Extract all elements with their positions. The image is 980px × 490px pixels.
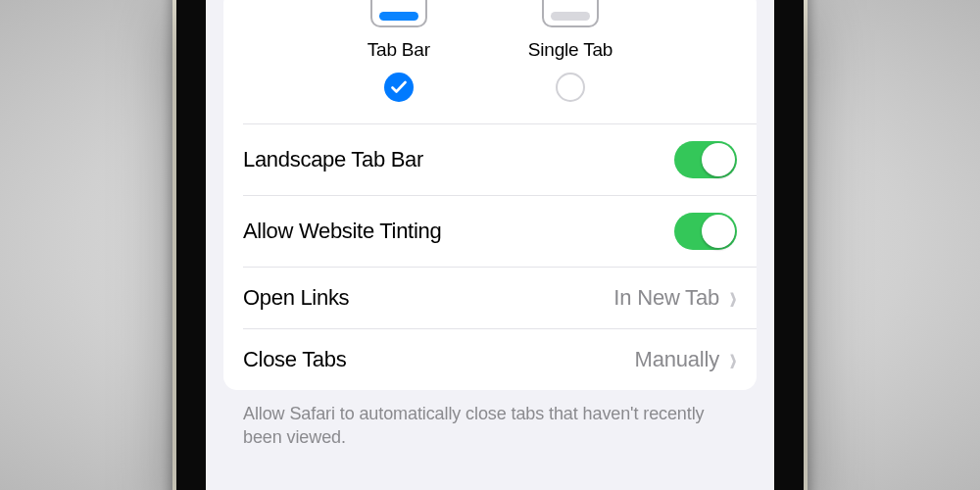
landscape-tab-bar-toggle[interactable] <box>674 141 737 178</box>
row-right: Manually › <box>635 347 737 372</box>
row-open-links[interactable]: Open Links In New Tab › <box>223 268 757 328</box>
single-tab-preview-icon <box>542 0 599 27</box>
row-label: Landscape Tab Bar <box>243 147 423 172</box>
tab-layout-chooser: Tab Bar Single Tab <box>223 0 757 123</box>
tab-bar-radio[interactable] <box>384 73 414 102</box>
row-allow-website-tinting: Allow Website Tinting <box>223 196 757 267</box>
tab-bar-label: Tab Bar <box>368 39 430 61</box>
row-label: Close Tabs <box>243 347 346 372</box>
row-label: Allow Website Tinting <box>243 219 441 244</box>
chevron-right-icon: › <box>729 342 736 377</box>
section-footer-text: Allow Safari to automatically close tabs… <box>206 390 774 450</box>
tab-layout-option-single-tab[interactable]: Single Tab <box>528 0 612 102</box>
row-close-tabs[interactable]: Close Tabs Manually › <box>223 329 757 390</box>
settings-screen: Tab Bar Single Tab Landscape Tab Bar <box>206 0 774 490</box>
open-links-value: In New Tab <box>613 285 719 311</box>
row-label: Open Links <box>243 285 349 311</box>
single-tab-label: Single Tab <box>528 39 612 61</box>
tab-layout-option-tab-bar[interactable]: Tab Bar <box>368 0 430 102</box>
allow-website-tinting-toggle[interactable] <box>674 213 737 250</box>
phone-frame: Tab Bar Single Tab Landscape Tab Bar <box>176 0 804 490</box>
close-tabs-value: Manually <box>635 347 719 372</box>
single-tab-radio[interactable] <box>556 73 585 102</box>
row-landscape-tab-bar: Landscape Tab Bar <box>223 124 757 195</box>
tab-bar-preview-icon <box>370 0 427 27</box>
toggle-knob <box>702 215 735 248</box>
row-right: In New Tab › <box>613 285 737 311</box>
chevron-right-icon: › <box>729 280 736 316</box>
checkmark-icon <box>391 80 407 94</box>
toggle-knob <box>702 143 735 176</box>
settings-card: Tab Bar Single Tab Landscape Tab Bar <box>223 0 757 390</box>
